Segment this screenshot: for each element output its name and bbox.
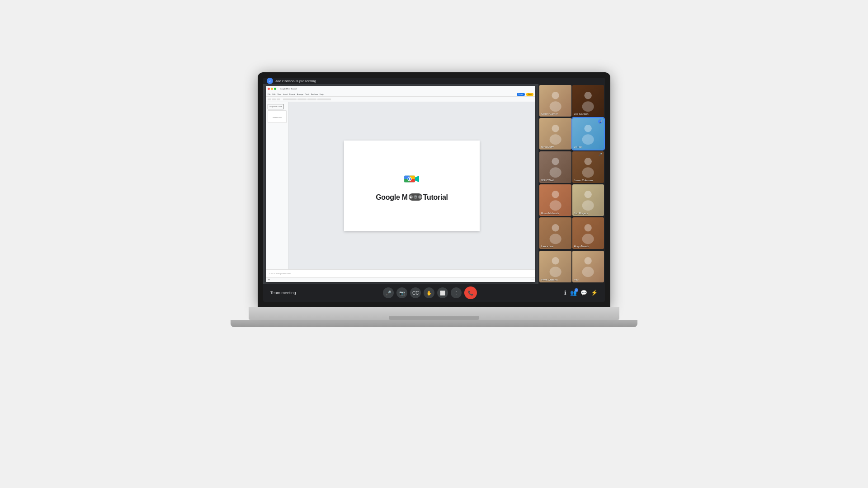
slides-toolbar (266, 97, 535, 102)
meet-controls: 🎤 📷 CC ✋ ⬜ ⋮ 📞 (383, 286, 477, 299)
svg-point-14 (549, 134, 561, 145)
svg-point-27 (585, 224, 592, 231)
participant-tile-gillian[interactable]: Gillian Garner (539, 85, 571, 117)
close-dot (268, 88, 270, 90)
jad-name: Jad Rogers (574, 212, 588, 215)
toolbar-btn-1[interactable] (268, 99, 271, 100)
minimize-dot (271, 88, 273, 90)
gillian-avatar (539, 85, 571, 117)
laptop-frame: J Joe Carlson is presenting G (253, 72, 615, 416)
present-button[interactable]: ⬜ (437, 287, 448, 298)
slides-statusbar: ◀ ▶ + − (266, 277, 535, 282)
laptop-base (249, 307, 619, 320)
raise-hand-button[interactable]: ✋ (424, 287, 434, 298)
rosa-avatar (539, 184, 571, 216)
participant-tile-rosa[interactable]: Rosa Michaels (539, 184, 571, 216)
participant-tile-laura[interactable]: Laura Lee (539, 217, 571, 249)
person-silhouette-svg-9 (544, 222, 566, 244)
toolbar-btn-2[interactable] (272, 99, 276, 100)
toolbar-background[interactable] (283, 99, 297, 100)
slides-menubar[interactable]: File Edit View Insert Format Arrange Too… (266, 92, 535, 97)
menu-arrange[interactable]: Arrange (297, 93, 303, 95)
nina-name: Nina Duffy (541, 145, 554, 148)
svg-point-21 (552, 191, 559, 198)
svg-point-28 (582, 234, 594, 244)
svg-point-22 (549, 201, 561, 211)
hugo-avatar (572, 217, 604, 249)
toolbar-transition[interactable] (317, 99, 331, 100)
person-silhouette-svg-4 (577, 123, 599, 145)
laptop-bottom (231, 320, 637, 327)
jo-mic-active: 🎤 (598, 119, 603, 124)
presenter-avatar: J (267, 78, 273, 84)
participant-tile-hugo[interactable]: Hugo Novak (572, 217, 604, 249)
activities-icon[interactable]: ⚡ (591, 290, 598, 296)
gillian-name: Gillian Garner (541, 113, 558, 115)
jason-name: Jason Coleman (574, 179, 593, 182)
meeting-info-icon[interactable]: ℹ (564, 290, 566, 296)
svg-point-20 (582, 167, 594, 178)
person-silhouette-svg-8 (577, 189, 599, 211)
person-silhouette-svg-11 (544, 255, 566, 277)
menu-edit[interactable]: Edit (273, 93, 276, 95)
svg-point-13 (552, 125, 559, 132)
you-avatar (572, 251, 604, 282)
participant-tile-joe[interactable]: Joe Carlson (572, 85, 604, 117)
nina-avatar (539, 118, 571, 150)
participant-tile-jad[interactable]: Jad Rogers (572, 184, 604, 216)
jason-muted-icon: 🎤 (599, 153, 603, 156)
status-right: + − (532, 279, 533, 281)
person-silhouette-svg-5 (544, 156, 566, 178)
slides-window[interactable]: Google Meet Tutorial File Edit View Inse… (266, 86, 535, 282)
menu-view[interactable]: View (277, 93, 281, 95)
slides-panel: Google Meet Tutorial Google Meet Tutoria… (266, 102, 288, 269)
participants-icon[interactable]: 👥 12 (570, 290, 577, 296)
svg-point-8 (409, 178, 410, 180)
svg-marker-1 (415, 176, 419, 183)
slide-canvas: Google M ▶ 🎤 ✕ Tutorial (344, 141, 480, 231)
participant-tile-will[interactable]: Will O'Neill (539, 151, 571, 183)
slides-canvas-area[interactable]: Google M ▶ 🎤 ✕ Tutorial (288, 102, 535, 269)
meet-body: Google Meet Tutorial File Edit View Inse… (263, 84, 605, 284)
camera-button[interactable]: 📷 (396, 287, 407, 298)
present-button[interactable]: Present (517, 93, 525, 96)
menu-tools[interactable]: Tools (305, 93, 309, 95)
person-silhouette-svg-10 (577, 222, 599, 244)
svg-point-19 (585, 158, 592, 165)
menu-addons[interactable]: Add-ons (311, 93, 318, 95)
slides-titlebar: Google Meet Tutorial (266, 86, 535, 92)
chat-icon[interactable]: 💬 (580, 290, 587, 296)
participant-tile-you[interactable]: You (572, 251, 604, 282)
slides-main: Google Meet Tutorial Google Meet Tutoria… (266, 102, 535, 269)
participant-tile-jo[interactable]: 🎤 Jo Hall (572, 118, 604, 150)
participants-grid: Gillian Garner Joe Carlson (538, 84, 605, 284)
mic-button[interactable]: 🎤 (383, 287, 394, 298)
more-options-button[interactable]: ⋮ (451, 287, 462, 298)
svg-point-23 (585, 191, 592, 198)
slide-title: Google M ▶ 🎤 ✕ Tutorial (376, 192, 448, 202)
captions-button[interactable]: CC (410, 287, 421, 298)
logo-svg (403, 170, 421, 188)
svg-point-30 (549, 267, 561, 277)
priya-avatar (539, 251, 571, 282)
share-button[interactable]: Share (526, 93, 533, 96)
participant-tile-priya[interactable]: Priya Chadha (539, 251, 571, 282)
slide-thumbnail[interactable]: Google Meet Tutorial (268, 110, 287, 123)
participant-tile-nina[interactable]: Nina Duffy (539, 118, 571, 150)
slides-wrapper: Google Meet Tutorial File Edit View Inse… (263, 84, 538, 284)
menu-format[interactable]: Format (289, 93, 295, 95)
menu-help[interactable]: Help (320, 93, 323, 95)
svg-point-11 (585, 92, 592, 99)
end-call-button[interactable]: 📞 (464, 286, 477, 299)
menu-file[interactable]: File (268, 93, 270, 95)
svg-point-15 (585, 125, 592, 132)
will-avatar (539, 151, 571, 183)
toolbar-layout[interactable] (297, 99, 307, 100)
participant-tile-jason[interactable]: 🎤 Jason Coleman (572, 151, 604, 183)
toolbar-theme[interactable] (307, 99, 316, 100)
slides-notes[interactable]: Click to add speaker notes (266, 269, 535, 277)
laura-name: Laura Lee (541, 245, 553, 248)
joe-avatar (572, 85, 604, 117)
toolbar-btn-3[interactable] (277, 99, 280, 100)
menu-insert[interactable]: Insert (283, 93, 288, 95)
